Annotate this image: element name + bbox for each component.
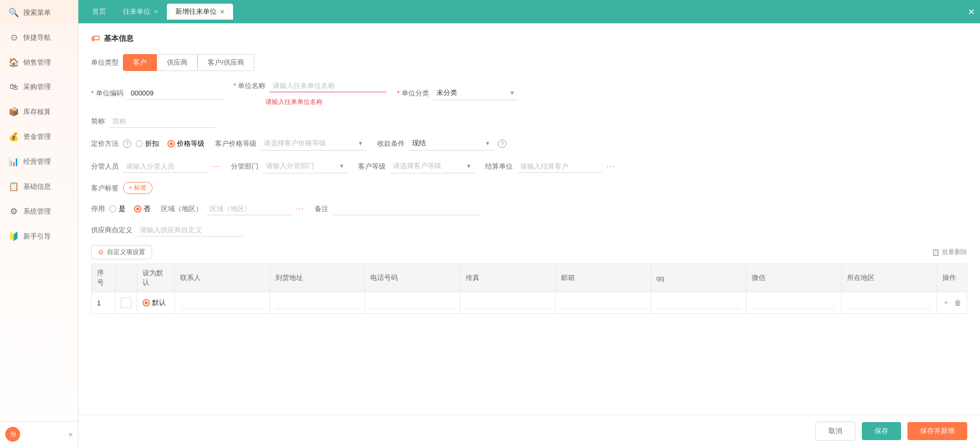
custom-settings-button[interactable]: ⚙ 自定义项设置 [91,245,152,259]
manager-dots[interactable]: ··· [212,162,220,171]
default-radio-circle [142,299,150,306]
type-btn-customer[interactable]: 客户 [123,54,157,71]
add-row-btn[interactable]: ＋ [942,298,950,308]
sidebar-item-operations[interactable]: 📊 经营管理 [0,149,78,174]
settlement-input[interactable] [517,160,602,173]
department-group: 分管部门 请输入分管部门 ▼ [231,159,348,173]
save-button[interactable]: 保存 [862,422,901,440]
tab-partners[interactable]: 往来单位 ✕ [114,4,167,20]
col-contact: 联系人 [174,264,270,292]
tab-new-partner[interactable]: 新增往来单位 ✕ [167,4,233,20]
row-region[interactable] [842,292,937,314]
row-qq[interactable] [651,292,746,314]
radio-yes[interactable]: 是 [109,204,126,214]
sidebar-item-finance[interactable]: 💰 资金管理 [0,124,78,149]
sidebar-item-basic[interactable]: 📋 基础信息 [0,174,78,199]
pricing-label: 定价方法 [91,139,119,148]
tab-new-partner-close[interactable]: ✕ [220,8,225,15]
cancel-button[interactable]: 取消 [815,422,856,441]
no-radio [134,205,141,213]
sidebar-item-search[interactable]: 🔍 搜索菜单 [0,0,78,25]
row-wechat[interactable] [746,292,842,314]
row-action-buttons: ＋ 🗑 [942,298,961,308]
sidebar-item-purchase[interactable]: 🛍 采购管理 [0,75,78,99]
batch-delete-btn[interactable]: 📋 批量删除 [932,248,967,257]
radio-discount[interactable]: 折扣 [136,139,159,148]
pricing-help-icon[interactable]: ? [123,139,131,148]
address-input[interactable] [275,296,360,309]
manager-input[interactable] [123,160,208,173]
phone-input[interactable] [370,296,455,309]
type-btn-supplier[interactable]: 供应商 [157,54,198,71]
sidebar-item-sales[interactable]: 🏠 销售管理 [0,50,78,75]
row-email[interactable] [556,292,651,314]
qq-input[interactable] [656,296,741,309]
unit-name-group: 单位名称 请输入往来单位名称 [234,80,387,107]
row-address[interactable] [270,292,365,314]
tab-home[interactable]: 首页 [84,4,114,20]
department-select[interactable]: 请输入分管部门 ▼ [263,159,348,173]
remark-input[interactable] [333,203,481,215]
row-fax[interactable] [460,292,556,314]
sidebar-item-label: 系统管理 [23,207,51,216]
no-label: 否 [144,204,150,214]
payment-condition-value: 现结 [412,138,426,148]
supplier-custom-input[interactable] [137,224,243,236]
settlement-dots[interactable]: ··· [606,162,614,171]
contact-input[interactable] [180,296,264,309]
manager-group: 分管人员 ··· [91,160,220,173]
add-tag-button[interactable]: + 标签 [123,182,153,194]
payment-condition-select[interactable]: 现结 ▼ [409,136,494,151]
col-wechat: 微信 [746,264,842,292]
email-input[interactable] [561,296,645,309]
radio-price-level[interactable]: 价格等级 [167,139,204,148]
row-checkbox-cell[interactable] [115,292,137,314]
sidebar-item-quick-nav[interactable]: ⊙ 快捷导航 [0,25,78,50]
region-dots[interactable]: ··· [296,204,304,214]
dept-arrow: ▼ [338,163,344,169]
delete-row-btn[interactable]: 🗑 [954,299,961,307]
sidebar-item-guide[interactable]: 🔰 新手引导 [0,224,78,249]
manager-label: 分管人员 [91,162,119,171]
customer-price-select[interactable]: 请选择客户价格等级 ▼ [261,136,367,151]
tab-partners-close[interactable]: ✕ [154,8,158,15]
customer-level-select[interactable]: 请选择客户等级 ▼ [390,159,475,173]
row-default-radio[interactable]: 默认 [142,298,168,308]
disabled-radio-group: 是 否 [109,204,150,214]
save-new-button[interactable]: 保存并新增 [907,422,967,440]
supplier-custom-row: 供应商自定义 [91,224,967,236]
unit-name-input[interactable] [270,80,386,92]
sidebar-item-system[interactable]: ⚙ 系统管理 [0,199,78,224]
payment-condition-group: 收款条件 现结 ▼ ? [377,136,506,151]
region-input[interactable] [207,203,291,215]
unit-category-select[interactable]: 未分类 ▼ [433,86,518,100]
finance-icon: 💰 [8,132,19,142]
yes-radio [109,205,117,213]
radio-no[interactable]: 否 [134,204,150,214]
discount-label: 折扣 [145,139,159,148]
sales-icon: 🏠 [8,57,19,67]
sidebar-item-label: 基础信息 [23,182,51,191]
price-level-label: 价格等级 [177,139,204,148]
sidebar-item-label: 库存核算 [23,107,51,117]
customer-level-group: 客户等级 请选择客户等级 ▼ [358,159,475,173]
department-placeholder: 请输入分管部门 [266,161,314,171]
close-all-tabs[interactable]: ✕ [968,7,975,17]
customer-price-arrow: ▼ [358,140,363,146]
row-phone[interactable] [365,292,460,314]
unit-type-row: 单位类型 客户 供应商 客户/供应商 [91,54,967,71]
short-name-input[interactable] [109,115,215,128]
region-row-input[interactable] [847,296,931,309]
wechat-input[interactable] [752,296,836,309]
row-checkbox[interactable] [121,297,131,308]
sidebar-item-inventory[interactable]: 📦 库存核算 [0,99,78,124]
unit-code-input[interactable] [128,87,223,100]
sidebar-expand-icon: ≡ [68,431,73,439]
col-qq: qq [651,264,746,292]
row-contact[interactable] [174,292,270,314]
short-name-group: 简称 [91,115,215,128]
fax-input[interactable] [466,296,550,309]
col-address: 到货地址 [270,264,365,292]
payment-help-icon[interactable]: ? [498,139,506,148]
type-btn-both[interactable]: 客户/供应商 [198,54,254,71]
